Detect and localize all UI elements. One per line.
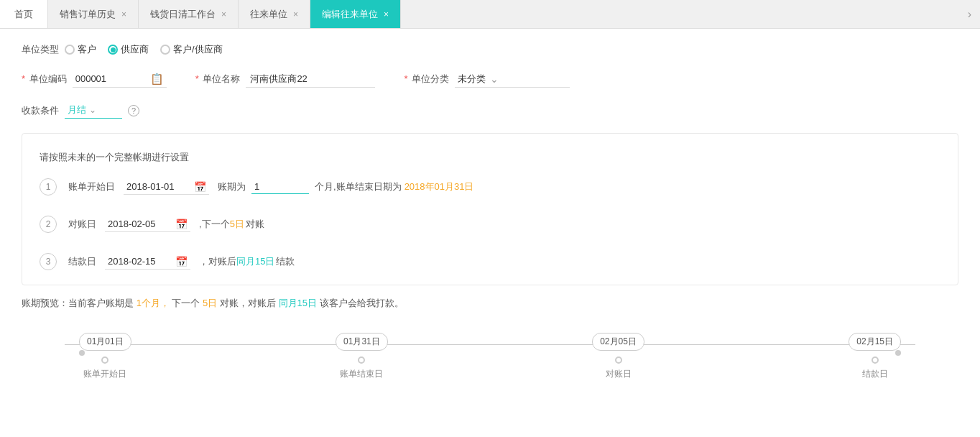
unit-name-label: * 单位名称 [195, 73, 241, 86]
payment-terms-label: 收款条件 [22, 104, 59, 117]
payment-terms-item: 收款条件 月结 ⌄ ? [22, 102, 139, 119]
timeline-node-1: 01月01日 账单开始日 [79, 333, 131, 380]
step-label-3: 结款日 [68, 255, 96, 268]
timeline-node-2: 01月31日 账单结束日 [336, 333, 388, 380]
calendar-icon[interactable]: 📋 [150, 73, 164, 86]
unit-code-label: * 单位编码 [22, 73, 67, 86]
step-1-end-date: 2018年01月31日 [405, 180, 474, 193]
unit-type-radio-group: 客户 供应商 客户/供应商 [65, 43, 223, 56]
unit-category-label: * 单位分类 [404, 73, 449, 86]
unit-code-input-wrapper[interactable]: 📋 [73, 71, 167, 88]
payment-terms-dropdown[interactable]: 月结 ⌄ [65, 102, 122, 119]
tab-sales-order-history-close[interactable]: × [121, 9, 126, 19]
radio-supplier-label: 供应商 [121, 43, 149, 56]
preview-reconcile-prefix: 下一个 [172, 298, 200, 308]
tab-sales-order-history[interactable]: 销售订单历史 × [48, 0, 139, 28]
radio-supplier[interactable]: 供应商 [108, 43, 149, 56]
tab-partner-units-label: 往来单位 [250, 8, 287, 21]
step-2-highlight: 5日 [230, 218, 244, 231]
period-settings-card: 请按照未来的一个完整帐期进行设置 1 账单开始日 📅 账期为 个月,账单结束日期… [22, 133, 958, 285]
unit-category-arrow: ⌄ [490, 73, 499, 85]
period-settings-title: 请按照未来的一个完整帐期进行设置 [40, 151, 940, 164]
step-label-2: 对账日 [68, 218, 96, 231]
preview-reconcile-suffix: 对账，对账后 [220, 298, 276, 308]
unit-code-input[interactable] [75, 73, 147, 84]
node-4-dot [872, 356, 879, 364]
timeline-node-4: 02月15日 结款日 [849, 333, 901, 380]
unit-category-value: 未分类 [458, 73, 486, 86]
page-content: 单位类型 客户 供应商 客户/供应商 * 单位编码 [0, 29, 980, 437]
preview-label: 账期预览：当前客户账期是 [22, 298, 134, 308]
tab-cash-goods-workbench[interactable]: 钱货日清工作台 × [139, 0, 239, 28]
step-1-date-field[interactable] [126, 181, 191, 192]
tab-cash-goods-workbench-close[interactable]: × [221, 9, 226, 19]
radio-supplier-circle [108, 45, 118, 55]
preview-period: 1个月， [137, 298, 170, 308]
tab-home[interactable]: 首页 [0, 0, 48, 28]
step-row-2: 2 对账日 📅 ,下一个 5日 对账 [40, 216, 940, 233]
payment-terms-help-icon[interactable]: ? [128, 105, 139, 116]
step-num-2: 2 [40, 216, 57, 233]
step-label-1: 账单开始日 [68, 180, 115, 193]
unit-category-dropdown[interactable]: 未分类 ⌄ [455, 71, 570, 88]
radio-customer-label: 客户 [78, 43, 96, 56]
node-4-sub: 结款日 [862, 368, 888, 380]
step-num-1: 1 [40, 178, 57, 196]
period-months-input[interactable] [251, 180, 309, 194]
node-1-pill: 01月01日 [79, 333, 131, 351]
node-3-sub: 对账日 [606, 368, 632, 380]
tabs-bar: 首页 销售订单历史 × 钱货日清工作台 × 往来单位 × 编辑往来单位 × › [0, 0, 980, 29]
node-1-sub: 账单开始日 [83, 368, 126, 380]
step-3-suffix: 结款 [276, 255, 295, 268]
tabs-arrow[interactable]: › [959, 8, 980, 21]
step-row-1: 1 账单开始日 📅 账期为 个月,账单结束日期为 2018年01月31日 [40, 178, 940, 196]
timeline-node-3: 02月05日 对账日 [592, 333, 644, 380]
step-3-date-field[interactable] [108, 256, 172, 267]
tab-sales-order-history-label: 销售订单历史 [60, 8, 116, 21]
end-dot [895, 350, 901, 356]
preview-payment-highlight: 同月15日 [279, 298, 317, 308]
node-1-dot [101, 356, 108, 364]
payment-terms-value: 月结 [68, 104, 86, 116]
tab-partner-units[interactable]: 往来单位 × [239, 0, 310, 28]
timeline: 01月01日 账单开始日 01月31日 账单结束日 02月05日 对账日 02月… [22, 321, 958, 386]
step-2-suffix: 对账 [246, 218, 264, 231]
unit-category-item: * 单位分类 未分类 ⌄ [404, 71, 570, 88]
node-2-sub: 账单结束日 [340, 368, 383, 380]
step-2-date-input[interactable]: 📅 [105, 217, 190, 232]
step-2-date-field[interactable] [108, 218, 172, 229]
unit-type-row: 单位类型 客户 供应商 客户/供应商 [22, 43, 958, 56]
node-3-pill: 02月05日 [592, 333, 644, 351]
radio-customer-supplier[interactable]: 客户/供应商 [160, 43, 223, 56]
preview-end: 该客户会给我打款。 [320, 298, 404, 308]
tab-edit-partner-unit-close[interactable]: × [384, 9, 389, 19]
step-num-3: 3 [40, 253, 57, 270]
payment-terms-dropdown-arrow: ⌄ [89, 105, 96, 115]
unit-name-item: * 单位名称 [195, 70, 376, 88]
unit-name-input[interactable] [246, 70, 375, 88]
step-3-desc: ，对账后 [199, 255, 236, 268]
step-1-date-input[interactable]: 📅 [124, 180, 209, 195]
step-3-date-input[interactable]: 📅 [105, 254, 190, 270]
step-2-calendar-icon[interactable]: 📅 [175, 218, 188, 230]
node-3-dot [615, 356, 622, 364]
tab-home-label: 首页 [14, 8, 33, 21]
timeline-nodes: 01月01日 账单开始日 01月31日 账单结束日 02月05日 对账日 02月… [50, 333, 930, 380]
tab-partner-units-close[interactable]: × [293, 9, 298, 19]
tab-edit-partner-unit[interactable]: 编辑往来单位 × [310, 0, 401, 28]
step-1-desc-after: 个月,账单结束日期为 [315, 180, 402, 193]
step-3-calendar-icon[interactable]: 📅 [175, 256, 188, 267]
step-1-desc-before: 账期为 [218, 180, 246, 193]
unit-type-item: 单位类型 客户 供应商 客户/供应商 [22, 43, 223, 56]
tab-cash-goods-workbench-label: 钱货日清工作台 [150, 8, 216, 21]
step-1-calendar-icon[interactable]: 📅 [194, 181, 206, 193]
radio-customer-supplier-circle [160, 45, 170, 55]
start-dot [79, 350, 85, 356]
step-3-highlight: 同月15日 [236, 255, 274, 268]
timeline-end-dot [895, 350, 901, 356]
unit-type-label: 单位类型 [22, 43, 59, 56]
unit-info-row: * 单位编码 📋 * 单位名称 * 单位分类 未分类 ⌄ [22, 70, 958, 88]
radio-customer-supplier-label: 客户/供应商 [173, 43, 223, 56]
radio-customer[interactable]: 客户 [65, 43, 96, 56]
node-2-dot [358, 356, 365, 364]
